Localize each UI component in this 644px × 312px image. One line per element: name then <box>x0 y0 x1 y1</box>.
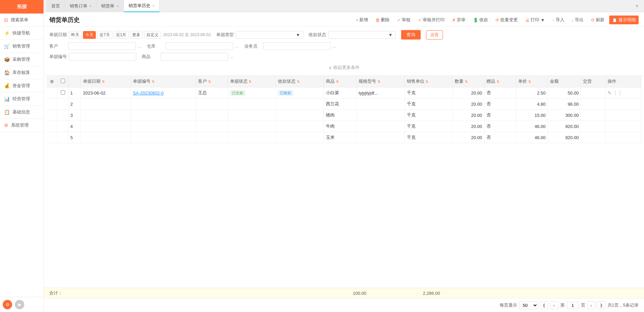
date-btn-today[interactable]: 今天 <box>83 31 96 39</box>
warehouse-input[interactable] <box>166 42 233 50</box>
cell-doc-no[interactable] <box>131 99 196 110</box>
sidebar-bottom-btn2[interactable]: ▶ <box>15 300 24 309</box>
th-amount-label: 金额 <box>550 79 559 84</box>
cell-checkbox[interactable] <box>57 87 68 99</box>
cell-checkbox[interactable] <box>57 99 68 110</box>
goods-dots[interactable]: ... <box>230 54 234 59</box>
salesman-dots[interactable]: ... <box>333 44 336 49</box>
sort-doc-status-icon: ⇅ <box>249 80 251 83</box>
customer-input[interactable] <box>68 42 136 50</box>
page-size-select[interactable]: 50 20 100 200 <box>519 302 538 309</box>
date-btn-custom[interactable]: 自定义 <box>144 31 161 39</box>
page-input[interactable] <box>567 302 579 309</box>
audit-button[interactable]: ✓ 审核 <box>394 16 413 24</box>
cell-rowno: 1 <box>68 87 81 99</box>
th-price[interactable]: 单价 ⇅ <box>516 76 548 87</box>
tab-sales-history-label: 销货单历史 <box>129 3 150 9</box>
page-next-button[interactable]: › <box>587 301 595 309</box>
th-gear[interactable]: ⚙ <box>47 76 57 87</box>
th-checkbox[interactable] <box>57 76 68 87</box>
cell-price: 15.00 <box>516 110 548 121</box>
query-button[interactable]: 查询 <box>401 30 421 40</box>
tab-sales-history-close[interactable]: × <box>152 4 155 8</box>
docno-input[interactable] <box>69 53 136 60</box>
delete-icon: 🗑 <box>375 18 380 23</box>
date-btn-1month[interactable]: 近1月 <box>114 31 129 39</box>
tab-sales-delivery-close[interactable]: × <box>116 4 118 8</box>
th-qty[interactable]: 数量 ⇅ <box>452 76 484 87</box>
cell-amount: 920.00 <box>548 132 581 143</box>
th-doc-date[interactable]: 单据日期 ⇅ <box>81 76 131 87</box>
sidebar-item-inventory[interactable]: 🏠 库存核算 <box>0 66 44 79</box>
tab-sales-order[interactable]: 销售订单 × <box>65 0 96 12</box>
date-btn-7days[interactable]: 近7天 <box>97 31 112 39</box>
th-gift[interactable]: 赠品 ⇅ <box>484 76 516 87</box>
th-goods[interactable]: 商品 ⇅ <box>324 76 357 87</box>
page-last-button[interactable]: ⟫ <box>597 301 606 309</box>
sidebar-item-finance[interactable]: 💰 资金管理 <box>0 79 44 93</box>
audit-print-button[interactable]: ✓ 审核并打印 <box>415 16 447 24</box>
row-checkbox[interactable] <box>61 90 65 95</box>
select-all-checkbox[interactable] <box>61 79 65 83</box>
sidebar-item-base-info[interactable]: 📋 基础信息 <box>0 106 44 119</box>
edit-action-icon[interactable]: ✎ <box>608 90 612 96</box>
cell-doc-status <box>228 110 276 121</box>
collect-button[interactable]: 💲 收款 <box>470 16 491 24</box>
doctype-select[interactable]: ▼ <box>236 31 303 39</box>
show-detail-button[interactable]: 📋 显示明细 <box>609 16 639 24</box>
doc-no-link[interactable]: SA-20230602-0 <box>133 90 164 96</box>
th-customer[interactable]: 客户 ⇅ <box>196 76 228 87</box>
sidebar-bottom-btn1[interactable]: ⚙ <box>3 300 12 309</box>
cell-spec <box>357 99 404 110</box>
tab-sales-delivery[interactable]: 销货单 × <box>96 0 123 12</box>
sidebar-item-purchase-mgmt[interactable]: 📦 采购管理 <box>0 53 44 66</box>
sidebar-item-sys-mgmt[interactable]: ⚙ 系统管理 <box>0 119 44 132</box>
cell-doc-no[interactable] <box>131 132 196 143</box>
cell-checkbox[interactable] <box>57 121 68 132</box>
tab-home[interactable]: 首页 <box>47 0 65 12</box>
cell-doc-no[interactable] <box>131 121 196 132</box>
abandon-button[interactable]: ✗ 弃审 <box>449 16 468 24</box>
th-unit[interactable]: 销售单位 ⇅ <box>404 76 452 87</box>
warehouse-dots[interactable]: ... <box>235 44 239 49</box>
sidebar-item-operations[interactable]: 📊 经营管理 <box>0 93 44 106</box>
page-first-button[interactable]: ⟪ <box>540 301 548 309</box>
refresh-button[interactable]: ⟳ 刷新 <box>588 16 607 24</box>
export-button[interactable]: ↓ 导出 <box>569 16 587 24</box>
cell-checkbox[interactable] <box>57 132 68 143</box>
sidebar-item-sales-mgmt[interactable]: 🛒 销售管理 <box>0 40 44 53</box>
tab-close-all[interactable]: × <box>633 3 641 9</box>
th-doc-status[interactable]: 单据状态 ⇅ <box>228 76 276 87</box>
payment-select[interactable]: ▼ <box>328 31 396 39</box>
collapse-button[interactable]: ∧ 收起更多条件 <box>49 63 639 72</box>
tab-sales-history[interactable]: 销货单历史 × <box>124 0 160 12</box>
page-title: 销货单历史 <box>49 16 80 24</box>
date-btn-yesterday[interactable]: 昨天 <box>69 31 82 39</box>
th-spec[interactable]: 规格型号 ⇅ <box>357 76 404 87</box>
sidebar-item-search-menu[interactable]: ⊟ 搜索菜单 <box>0 14 44 27</box>
delete-label: 删除 <box>381 17 390 23</box>
cell-doc-no[interactable] <box>131 110 196 121</box>
date-btn-more[interactable]: 更多 <box>130 31 143 39</box>
cell-actions <box>605 132 641 143</box>
tab-sales-order-close[interactable]: × <box>89 4 91 8</box>
salesman-input[interactable] <box>263 42 331 50</box>
print-button[interactable]: 🖨 打印 ▼ <box>523 16 548 24</box>
page-prev-button[interactable]: ‹ <box>550 301 558 309</box>
more-action-icon[interactable]: ⋮⋮ <box>613 90 622 96</box>
settings-button[interactable]: 设置 <box>426 30 443 40</box>
import-button[interactable]: ↑ 导入 <box>550 16 567 24</box>
th-doc-no[interactable]: 单据编号 ⇅ <box>131 76 196 87</box>
goods-input[interactable] <box>161 53 228 60</box>
customer-dots[interactable]: ... <box>138 44 141 49</box>
th-payment-status[interactable]: 收款状态 ⇅ <box>276 76 324 87</box>
cell-payment-status <box>276 132 324 143</box>
sidebar-item-quick-nav[interactable]: ⚡ 快捷导航 <box>0 27 44 40</box>
cell-doc-no[interactable]: SA-20230602-0 <box>131 87 196 99</box>
finance-icon: 💰 <box>4 83 10 88</box>
delete-button[interactable]: 🗑 删除 <box>373 16 392 24</box>
cell-checkbox[interactable] <box>57 110 68 121</box>
th-actions-label: 操作 <box>608 79 616 84</box>
batch-change-button[interactable]: ⟳ 批量变更 <box>493 16 521 24</box>
add-button[interactable]: + 新增 <box>353 16 371 24</box>
